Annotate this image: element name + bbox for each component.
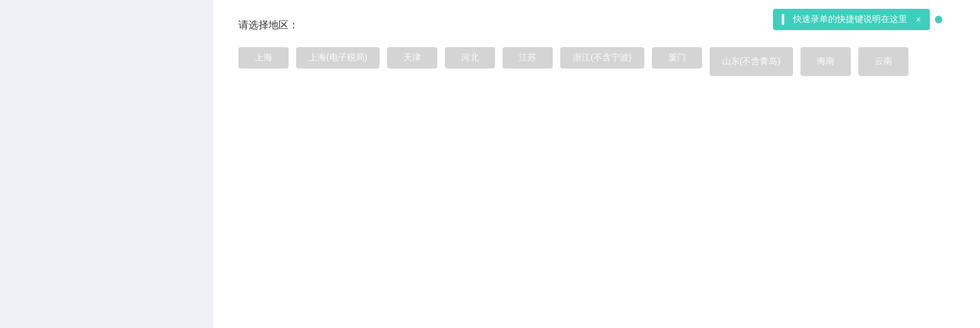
region-btn-yunnan[interactable]: 云南	[858, 47, 908, 76]
region-btn-shanghai[interactable]: 上海	[238, 47, 289, 68]
region-btn-xiamen[interactable]: 厦门	[652, 47, 702, 68]
tooltip-close-button[interactable]: ×	[916, 14, 921, 25]
region-btn-shanghai-etax[interactable]: 上海(电子税局)	[296, 47, 380, 68]
region-btn-zhejiang[interactable]: 浙江(不含宁波)	[560, 47, 644, 68]
sidebar	[0, 0, 213, 328]
region-btn-jiangsu[interactable]: 江苏	[503, 47, 553, 68]
tooltip-text: 快速录单的快捷键说明在这里	[793, 14, 907, 25]
region-buttons: 上海上海(电子税局)天津河北江苏浙江(不含宁波)厦门山东(不含青岛)海南云南	[238, 47, 955, 76]
region-btn-hainan[interactable]: 海南	[801, 47, 851, 76]
tooltip-content: 快速录单的快捷键说明在这里 ×	[773, 9, 930, 30]
tooltip-bar: 快速录单的快捷键说明在这里 ×	[773, 9, 942, 30]
tooltip-indicator	[935, 16, 942, 23]
region-btn-shandong[interactable]: 山东(不含青岛)	[710, 47, 793, 76]
tooltip-border-icon	[782, 14, 784, 25]
region-btn-tianjin[interactable]: 天津	[387, 47, 437, 68]
main-content: 请选择地区： 上海上海(电子税局)天津河北江苏浙江(不含宁波)厦门山东(不含青岛…	[213, 0, 980, 328]
region-btn-hebei[interactable]: 河北	[445, 47, 495, 68]
